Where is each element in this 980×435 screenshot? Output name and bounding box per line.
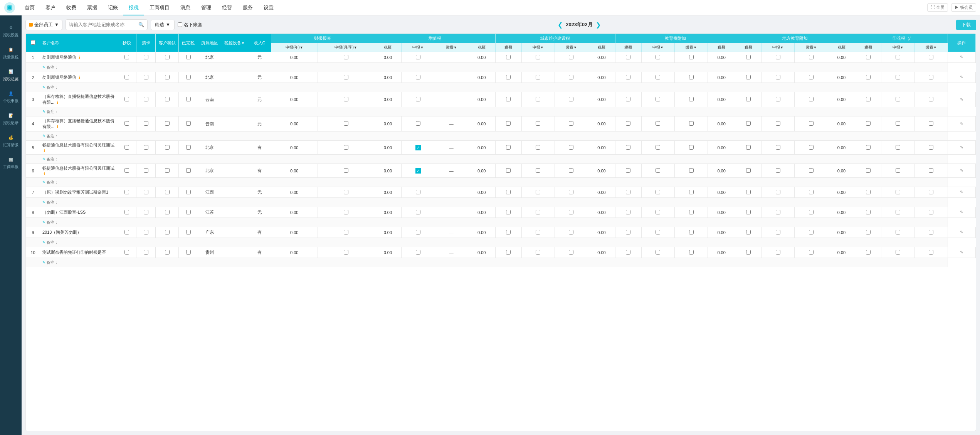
cell-stamp-declare[interactable] xyxy=(881,92,914,107)
cell-stamp-declare[interactable] xyxy=(881,116,914,132)
cell-city-fee[interactable] xyxy=(555,207,588,218)
cell-city-fee[interactable] xyxy=(555,187,588,198)
cell-confirm[interactable] xyxy=(156,164,179,178)
cell-stamp-declare[interactable] xyxy=(881,207,914,218)
note-cell[interactable]: ✎ 备注： xyxy=(40,258,948,267)
cell-financial-monthly[interactable] xyxy=(318,187,374,198)
nav-service[interactable]: 服务 xyxy=(237,0,258,15)
cell-completed[interactable] xyxy=(179,187,198,198)
qingka-checkbox[interactable] xyxy=(144,97,148,101)
cell-city-amount[interactable] xyxy=(495,247,521,258)
chaoshui-checkbox[interactable] xyxy=(124,190,129,194)
search-input[interactable] xyxy=(69,22,138,27)
select-all-dropdown[interactable]: 全部员工 ▼ xyxy=(25,20,62,30)
cell-chaoshui[interactable] xyxy=(117,187,136,198)
chaoshui-checkbox[interactable] xyxy=(124,97,129,101)
cell-city-fee[interactable] xyxy=(555,164,588,178)
cell-action[interactable]: ✎ xyxy=(948,92,975,107)
edit-icon[interactable]: ✎ xyxy=(960,230,963,234)
cell-city-declare[interactable] xyxy=(521,52,555,63)
qingka-checkbox[interactable] xyxy=(144,121,148,126)
col-city-fee[interactable]: 缴费▼ xyxy=(555,43,588,52)
cell-completed[interactable] xyxy=(179,247,198,258)
completed-checkbox[interactable] xyxy=(186,250,191,255)
cell-city-amount[interactable] xyxy=(495,92,521,107)
cell-local-declare[interactable] xyxy=(761,247,795,258)
fullscreen-button[interactable]: ⛶ 全屏 xyxy=(927,3,948,12)
cell-stamp-fee[interactable] xyxy=(914,164,948,178)
cell-financial-monthly[interactable] xyxy=(318,116,374,132)
col-header-income[interactable]: 收入C xyxy=(248,34,271,52)
cell-qingka[interactable] xyxy=(136,227,156,238)
note-cell[interactable]: ✎ 备注： xyxy=(40,132,948,141)
confirm-checkbox[interactable] xyxy=(165,55,170,59)
completed-checkbox[interactable] xyxy=(186,121,191,126)
note-cell[interactable]: ✎ 备注： xyxy=(40,218,948,227)
chaoshui-checkbox[interactable] xyxy=(124,55,129,59)
edit-icon[interactable]: ✎ xyxy=(960,97,963,102)
member-button[interactable]: ▶ 畅会员 xyxy=(951,3,976,12)
cell-vat-fee[interactable]: — xyxy=(435,72,468,83)
col-vat-declare[interactable]: 申报▼ xyxy=(402,43,435,52)
sidebar-item-personal-tax[interactable]: 👤 个税申报 xyxy=(0,85,22,107)
cell-city-amount[interactable] xyxy=(495,52,521,63)
cell-local-amount[interactable] xyxy=(735,92,761,107)
cell-vat-fee[interactable]: — xyxy=(435,207,468,218)
cell-stamp-amount[interactable] xyxy=(855,92,881,107)
cell-confirm[interactable] xyxy=(156,92,179,107)
cell-edu-amount[interactable] xyxy=(615,227,641,238)
note-cell[interactable]: ✎ 备注： xyxy=(40,63,948,72)
cell-vat-declare[interactable] xyxy=(402,227,435,238)
cell-local-fee[interactable] xyxy=(795,227,828,238)
cell-stamp-amount[interactable] xyxy=(855,164,881,178)
completed-checkbox[interactable] xyxy=(186,190,191,194)
completed-checkbox[interactable] xyxy=(186,210,191,214)
cell-edu-declare[interactable] xyxy=(641,92,674,107)
cell-vat-fee[interactable]: — xyxy=(435,164,468,178)
cell-city-amount[interactable] xyxy=(495,207,521,218)
nav-business[interactable]: 工商项目 xyxy=(144,0,175,15)
cell-edu-declare[interactable] xyxy=(641,247,674,258)
cell-stamp-fee[interactable] xyxy=(914,116,948,132)
cell-edu-fee[interactable] xyxy=(675,116,708,132)
nav-invoice[interactable]: 票据 xyxy=(82,0,103,15)
confirm-checkbox[interactable] xyxy=(165,121,170,126)
sidebar-item-tax-record[interactable]: 📝 报税记录 xyxy=(0,107,22,129)
completed-checkbox[interactable] xyxy=(186,168,191,173)
cell-stamp-declare[interactable] xyxy=(881,164,914,178)
cell-local-amount[interactable] xyxy=(735,247,761,258)
note-cell[interactable]: ✎ 备注： xyxy=(40,155,948,164)
cell-local-fee[interactable] xyxy=(795,187,828,198)
edit-icon[interactable]: ✎ xyxy=(960,210,963,214)
cell-chaoshui[interactable] xyxy=(117,141,136,155)
cell-action[interactable]: ✎ xyxy=(948,187,975,198)
cell-stamp-amount[interactable] xyxy=(855,52,881,63)
cell-stamp-fee[interactable] xyxy=(914,187,948,198)
cell-action[interactable]: ✎ xyxy=(948,72,975,83)
col-header-qingka[interactable]: 清卡 xyxy=(136,34,156,52)
cell-edu-declare[interactable] xyxy=(641,52,674,63)
cell-edu-amount[interactable] xyxy=(615,52,641,63)
cell-city-declare[interactable] xyxy=(521,141,555,155)
cell-city-amount[interactable] xyxy=(495,141,521,155)
cell-completed[interactable] xyxy=(179,141,198,155)
cell-stamp-fee[interactable] xyxy=(914,141,948,155)
col-city-declare[interactable]: 申报▼ xyxy=(521,43,555,52)
cell-completed[interactable] xyxy=(179,92,198,107)
accounts-checkbox[interactable] xyxy=(178,22,182,27)
cell-confirm[interactable] xyxy=(156,227,179,238)
nav-operation[interactable]: 经营 xyxy=(217,0,237,15)
cell-city-fee[interactable] xyxy=(555,92,588,107)
cell-local-amount[interactable] xyxy=(735,227,761,238)
cell-vat-declare[interactable]: ✓ xyxy=(402,141,435,155)
cell-edu-amount[interactable] xyxy=(615,207,641,218)
cell-local-fee[interactable] xyxy=(795,72,828,83)
search-icon[interactable]: 🔍 xyxy=(138,22,144,27)
qingka-checkbox[interactable] xyxy=(144,230,148,234)
chaoshui-checkbox[interactable] xyxy=(124,168,129,173)
prev-month-button[interactable]: ❮ xyxy=(558,21,563,29)
cell-confirm[interactable] xyxy=(156,247,179,258)
cell-stamp-declare[interactable] xyxy=(881,52,914,63)
cell-edu-amount[interactable] xyxy=(615,72,641,83)
cell-financial-monthly[interactable] xyxy=(318,52,374,63)
